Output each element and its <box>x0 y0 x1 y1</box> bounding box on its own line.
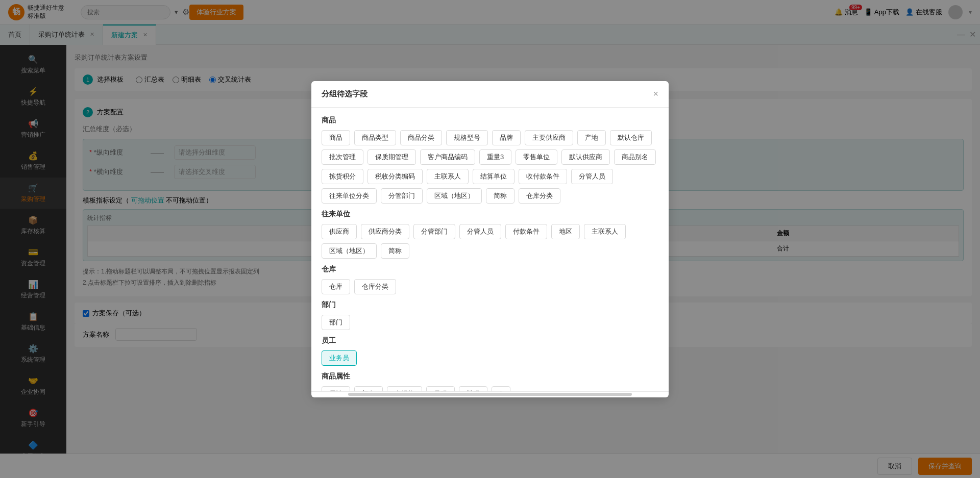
field-chip-0-9[interactable]: 保质期管理 <box>368 149 416 165</box>
field-chip-0-7[interactable]: 默认仓库 <box>610 130 652 145</box>
modal-section-chips-3: 部门 <box>322 315 658 330</box>
field-chip-0-5[interactable]: 主要供应商 <box>525 130 573 145</box>
field-chip-0-18[interactable]: 结算单位 <box>473 169 514 184</box>
modal-bottom-scrollbar[interactable] <box>311 391 669 397</box>
field-chip-1-4[interactable]: 付款条件 <box>505 224 547 239</box>
field-chip-1-0[interactable]: 供应商 <box>322 224 357 239</box>
modal-section-chips-1: 供应商供应商分类分管部门分管人员付款条件地区主联系人区域（地区）简称 <box>322 224 658 259</box>
field-chip-0-20[interactable]: 分管人员 <box>571 169 613 184</box>
modal-section-chips-0: 商品商品类型商品分类规格型号品牌主要供应商产地默认仓库批次管理保质期管理客户商品… <box>322 130 658 204</box>
modal-header: 分组待选字段 × <box>311 81 669 108</box>
field-chip-0-21[interactable]: 往来单位分类 <box>322 188 377 204</box>
field-chip-0-2[interactable]: 商品分类 <box>400 130 442 145</box>
field-chip-2-1[interactable]: 仓库分类 <box>354 279 396 294</box>
modal-section-title-1: 往来单位 <box>322 210 658 219</box>
field-chip-2-0[interactable]: 仓库 <box>322 279 350 294</box>
modal-section-title-4: 员工 <box>322 336 658 345</box>
field-chip-0-10[interactable]: 客户商品编码 <box>420 149 475 165</box>
field-chip-0-17[interactable]: 主联系人 <box>427 169 469 184</box>
field-chip-1-5[interactable]: 地区 <box>551 224 580 239</box>
field-chip-0-16[interactable]: 税收分类编码 <box>368 169 423 184</box>
field-chip-0-15[interactable]: 拣货积分 <box>322 169 363 184</box>
modal-close-button[interactable]: × <box>653 89 658 98</box>
field-chip-1-1[interactable]: 供应商分类 <box>361 224 409 239</box>
field-chip-5-0[interactable]: 属性 <box>322 386 350 391</box>
field-chip-0-22[interactable]: 分管部门 <box>381 188 423 204</box>
modal-section-title-2: 仓库 <box>322 265 658 274</box>
field-chip-1-6[interactable]: 主联系人 <box>584 224 626 239</box>
field-chip-0-25[interactable]: 仓库分类 <box>519 188 560 204</box>
field-chip-0-0[interactable]: 商品 <box>322 130 350 145</box>
modal-section-title-0: 商品 <box>322 116 658 125</box>
modal-section-title-5: 商品属性 <box>322 372 658 381</box>
modal-section-chips-4: 业务员 <box>322 350 658 366</box>
field-chip-0-12[interactable]: 零售单位 <box>516 149 557 165</box>
field-chip-4-0[interactable]: 业务员 <box>322 350 357 366</box>
field-chip-5-4[interactable]: 鞋码 <box>459 386 487 391</box>
field-chip-0-8[interactable]: 批次管理 <box>322 149 363 165</box>
field-chip-0-14[interactable]: 商品别名 <box>614 149 656 165</box>
field-chip-0-4[interactable]: 品牌 <box>492 130 521 145</box>
modal-section-chips-2: 仓库仓库分类 <box>322 279 658 294</box>
modal: 分组待选字段 × 商品商品商品类型商品分类规格型号品牌主要供应商产地默认仓库批次… <box>311 81 669 397</box>
field-chip-1-3[interactable]: 分管人员 <box>459 224 501 239</box>
field-chip-5-3[interactable]: 尺码 <box>426 386 455 391</box>
field-chip-0-24[interactable]: 简称 <box>486 188 514 204</box>
modal-body: 商品商品商品类型商品分类规格型号品牌主要供应商产地默认仓库批次管理保质期管理客户… <box>311 108 669 391</box>
field-chip-1-8[interactable]: 简称 <box>381 243 409 259</box>
field-chip-0-23[interactable]: 区域（地区） <box>427 188 482 204</box>
field-chip-1-7[interactable]: 区域（地区） <box>322 243 377 259</box>
field-chip-0-19[interactable]: 收付款条件 <box>519 169 567 184</box>
field-chip-0-11[interactable]: 重量3 <box>479 149 511 165</box>
field-chip-3-0[interactable]: 部门 <box>322 315 350 330</box>
field-chip-0-1[interactable]: 商品类型 <box>354 130 396 145</box>
modal-title: 分组待选字段 <box>322 89 368 99</box>
modal-section-chips-5: 属性颜色多规格尺码鞋码1 <box>322 386 658 391</box>
field-chip-5-2[interactable]: 多规格 <box>387 386 422 391</box>
modal-overlay: 分组待选字段 × 商品商品商品类型商品分类规格型号品牌主要供应商产地默认仓库批次… <box>0 0 980 478</box>
field-chip-0-13[interactable]: 默认供应商 <box>561 149 610 165</box>
field-chip-5-1[interactable]: 颜色 <box>354 386 383 391</box>
field-chip-1-2[interactable]: 分管部门 <box>413 224 455 239</box>
field-chip-5-5[interactable]: 1 <box>492 386 510 391</box>
field-chip-0-6[interactable]: 产地 <box>577 130 606 145</box>
field-chip-0-3[interactable]: 规格型号 <box>446 130 488 145</box>
modal-section-title-3: 部门 <box>322 300 658 310</box>
